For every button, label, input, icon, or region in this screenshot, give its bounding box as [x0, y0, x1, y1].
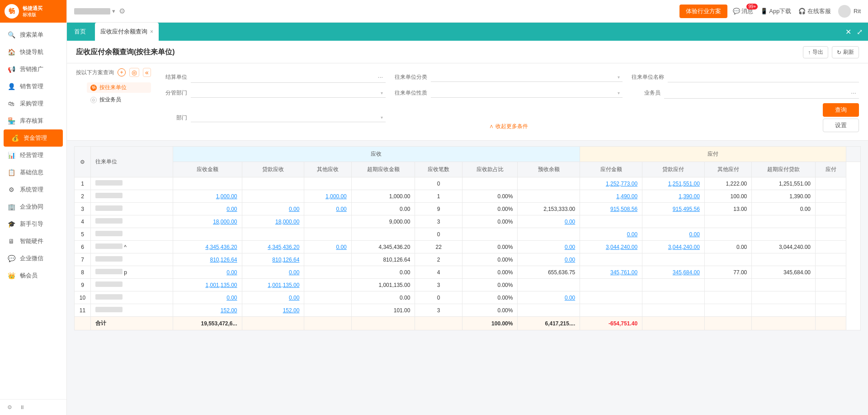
sidebar-item-basic-info[interactable]: 📋 基础信息 [0, 164, 66, 181]
yingfu-jine-cell[interactable]: 3,044,240.00 [580, 241, 642, 253]
yingshou-jine-cell[interactable]: 1,001,135.00 [173, 279, 242, 291]
sidebar-item-sales[interactable]: 👤 销售管理 [0, 78, 66, 95]
sidebar-item-member[interactable]: 👑 畅会员 [0, 267, 66, 284]
sidebar-item-search[interactable]: 🔍 搜索菜单 [0, 26, 66, 43]
chaoqi-yingfu-cell [752, 279, 816, 291]
daikuan-yingshou-cell[interactable]: 0.00 [242, 266, 304, 279]
scheme-item-salesperson[interactable]: ⊙ 按业务员 [87, 95, 151, 105]
settings-button[interactable]: 设置 [823, 119, 859, 132]
building-icon: 🏢 [7, 203, 15, 210]
yushou-cell[interactable]: 0.00 [518, 215, 580, 228]
yingfu-jine-cell[interactable]: 1,490.00 [580, 190, 642, 203]
qita-yingshou-cell[interactable]: 0.00 [304, 203, 351, 215]
daikuan-yingshou-cell[interactable]: 4,345,436.20 [242, 241, 304, 253]
daikuan-yingfu-cell[interactable]: 915,495.56 [642, 203, 705, 215]
table-settings-icon[interactable]: ⚙ [80, 159, 85, 165]
footer-zhanbai: 100.00% [462, 317, 518, 330]
sidebar-collapse-icon[interactable]: ⏸ [19, 404, 25, 410]
wanglai-xingzhi-input[interactable]: ▾ [431, 89, 622, 98]
yingshou-jine-cell[interactable]: 4,345,436.20 [173, 241, 242, 253]
scheme-item-customer[interactable]: 畅 按往来单位 [87, 82, 151, 93]
yingshou-jine-cell[interactable]: 1,000.00 [173, 190, 242, 203]
company-selector[interactable]: ▾ [74, 8, 115, 14]
query-button[interactable]: 查询 [823, 103, 859, 117]
wanglai-mingcheng-input[interactable] [668, 72, 859, 82]
qita-yingshou-cell[interactable]: 1,000.00 [304, 190, 351, 203]
refresh-button[interactable]: ↻ 刷新 [832, 46, 859, 58]
yushou-cell [518, 177, 580, 190]
sidebar-item-guide[interactable]: 🎓 新手引导 [0, 215, 66, 233]
yingshou-jine-cell[interactable]: 152.00 [173, 304, 242, 317]
settings-col-header[interactable]: ⚙ [75, 147, 91, 177]
yingshou-jine-cell[interactable]: 18,000.00 [173, 215, 242, 228]
daikuan-yingshou-cell[interactable]: 0.00 [242, 203, 304, 215]
sidebar-item-wechat[interactable]: 💬 企业微信 [0, 250, 66, 267]
row-num: 7 [75, 253, 91, 266]
yingfu-jine-cell[interactable]: 345,761.00 [580, 266, 642, 279]
qita-yingshou-cell[interactable]: 0.00 [304, 241, 351, 253]
window-close-icon[interactable]: ✕ [845, 28, 851, 36]
daikuan-yingfu-cell[interactable]: 1,390.00 [642, 190, 705, 203]
tab-active[interactable]: 应收应付余额查询 × [95, 23, 159, 41]
jiesuan-dots-icon[interactable]: ··· [378, 73, 383, 81]
yingshou-jine-cell[interactable]: 0.00 [173, 291, 242, 304]
daikuan-yingshou-cell[interactable]: 152.00 [242, 304, 304, 317]
promo-button[interactable]: 体验行业方案 [679, 5, 727, 18]
filter-target-icon[interactable]: ◎ [129, 68, 139, 77]
daikuan-yingshou-cell[interactable]: 0.00 [242, 291, 304, 304]
sidebar-item-finance[interactable]: 💰 资金管理 [4, 129, 63, 147]
yewuyuan-dots-icon[interactable]: ··· [851, 89, 856, 96]
filter-add-button[interactable]: + [118, 68, 126, 76]
table-footer-row: 合计 19,553,472,6... 100.00% 6,417,215....… [75, 317, 861, 330]
daikuan-yingfu-cell[interactable]: 3,044,240.00 [642, 241, 705, 253]
app-download-button[interactable]: 📱 App下载 [760, 7, 791, 15]
sidebar-item-hardware[interactable]: 🖥 智能硬件 [0, 233, 66, 250]
daikuan-yingfu-cell[interactable]: 1,251,551.00 [642, 177, 705, 190]
sidebar-item-inventory[interactable]: 🏪 库存核算 [0, 112, 66, 129]
daikuan-yingshou-cell[interactable]: 810,126.64 [242, 253, 304, 266]
tab-close-icon[interactable]: × [150, 29, 153, 35]
sidebar-item-purchase[interactable]: 🛍 采购管理 [0, 95, 66, 112]
tab-home[interactable]: 首页 [67, 23, 93, 41]
header-gear-icon[interactable]: ⚙ [119, 7, 125, 15]
daikuan-yingfu-cell[interactable]: 0.00 [642, 228, 705, 241]
sidebar-item-enterprise[interactable]: 🏢 企业协同 [0, 198, 66, 215]
yingshou-jine-cell[interactable]: 0.00 [173, 203, 242, 215]
row-num: 11 [75, 304, 91, 317]
yushou-cell[interactable]: 0.00 [518, 291, 580, 304]
yushou-cell[interactable]: 0.00 [518, 253, 580, 266]
daikuan-yingshou-header: 贷款应收 [242, 162, 304, 177]
qita-yingshou-cell [304, 177, 351, 190]
tab-bar: 首页 应收应付余额查询 × ✕ ⤢ [67, 23, 868, 41]
yingfu-jine-cell[interactable]: 1,252,773.00 [580, 177, 642, 190]
export-button[interactable]: ↑ 导出 [803, 46, 828, 58]
sidebar-settings-icon[interactable]: ⚙ [7, 404, 12, 410]
sidebar-item-operations[interactable]: 📊 经营管理 [0, 147, 66, 164]
user-menu[interactable]: Rit [838, 5, 861, 18]
yushou-cell[interactable]: 0.00 [518, 241, 580, 253]
sidebar-bottom: ⚙ ⏸ [0, 399, 66, 415]
sidebar-item-marketing[interactable]: 📢 营销推广 [0, 61, 66, 78]
filter-collapse-icon[interactable]: « [143, 68, 151, 77]
daikuan-yingshou-cell[interactable]: 18,000.00 [242, 215, 304, 228]
sidebar-item-quick-nav[interactable]: 🏠 快捷导航 [0, 43, 66, 61]
wanglai-fenlei-input[interactable]: ▾ [431, 73, 622, 82]
daikuan-yingshou-cell[interactable]: 1,001,135.00 [242, 279, 304, 291]
window-expand-icon[interactable]: ⤢ [857, 28, 863, 36]
bumen-input[interactable]: ▾ [191, 113, 386, 122]
yingshou-jine-cell[interactable]: 0.00 [173, 266, 242, 279]
sidebar-item-system[interactable]: ⚙ 系统管理 [0, 181, 66, 198]
extra-cell [816, 266, 846, 279]
yingfu-jine-cell[interactable]: 915,508.56 [580, 203, 642, 215]
yingfu-jine-cell [580, 291, 642, 304]
fenguan-bumen-input[interactable]: ▾ [191, 89, 386, 98]
service-button[interactable]: 🎧 在线客服 [798, 7, 831, 15]
daikuan-yingfu-cell[interactable]: 345,684.00 [642, 266, 705, 279]
yingfu-jine-cell[interactable]: 0.00 [580, 228, 642, 241]
yewuyuan-input[interactable]: ··· [664, 87, 859, 99]
yingshou-jine-cell[interactable]: 810,126.64 [173, 253, 242, 266]
jiesuan-danwei-input[interactable]: ··· [191, 72, 386, 83]
collapse-button[interactable]: ∧ 收起更多条件 [489, 121, 528, 132]
message-button[interactable]: 💬 消息 99+ [733, 7, 754, 15]
sidebar: 畅 畅捷通买 标准版 🔍 搜索菜单 🏠 快捷导航 📢 营销推广 👤 销售管理 [0, 0, 67, 415]
